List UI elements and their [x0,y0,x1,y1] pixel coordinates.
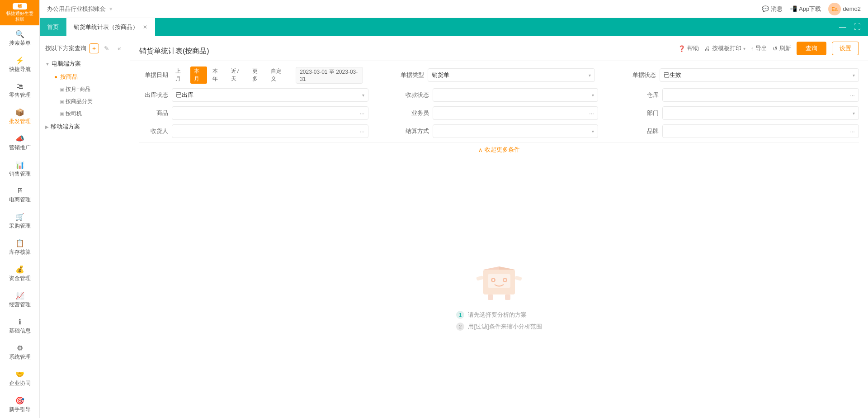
sidebar-item-sales[interactable]: 📊 销售管理 [0,156,39,182]
breadcrumb: 办公用品行业模拟账套 [47,5,106,13]
product-label: 商品 [139,109,172,117]
sidebar-item-ecommerce-label: 电商管理 [2,196,38,204]
tree-sub-by-counter-label: 按司机 [66,110,82,118]
message-btn[interactable]: 💬 消息 [762,5,783,13]
settle-select[interactable]: ▾ [433,124,598,138]
sidebar-item-inventory[interactable]: 📋 库存核算 [0,234,39,261]
quick-nav-icon: ⚡ [2,56,38,65]
tab-home[interactable]: 首页 [40,18,66,36]
settle-label: 结算方式 [400,127,433,135]
type-select-arrow-icon: ▾ [589,73,591,78]
header-right: 💬 消息 📲 App下载 Ea demo2 [762,3,861,15]
filter-area: 单据日期 上月 本月 本年 近7天 更多 自定义 2023-03-01 至 20… [130,61,868,162]
tree-sub-by-category[interactable]: ▣ 按商品分类 [40,95,130,108]
logo-text: 畅捷通好生意 [6,10,33,16]
content-area: 按以下方案查询 + ✎ « ▼ 电脑端方案 ● 按商品 [40,36,868,418]
outbound-select[interactable]: 已出库 ▾ [172,88,368,102]
dept-select[interactable]: ▾ [662,106,859,120]
purchase-icon: 🛒 [2,213,38,221]
svg-marker-2 [499,266,515,270]
sidebar-item-marketing-label: 营销推广 [2,144,38,152]
staff-input[interactable]: ··· [433,106,598,120]
filter-row-4: 收货人 ··· 结算方式 ▾ 品牌 ··· [139,124,859,138]
date-tab-last-month[interactable]: 上月 [172,66,189,84]
sidebar-item-wholesale[interactable]: 📦 批发管理 [0,104,39,130]
date-tab-this-year[interactable]: 本年 [209,66,226,84]
sidebar-item-ecommerce[interactable]: 🖥 电商管理 [0,182,39,208]
date-tab-more[interactable]: 更多 [249,66,265,84]
type-label: 单据类型 [395,71,428,79]
settings-btn[interactable]: 设置 [832,42,859,55]
tree-arrow-icon: ▼ [45,62,50,66]
tab-sales-stats[interactable]: 销货单统计表（按商品） ✕ [66,18,155,36]
tab-close-btn[interactable]: ✕ [143,24,147,30]
receiver-input[interactable]: ··· [172,124,368,138]
payment-select[interactable]: ▾ [433,88,598,102]
date-range-value[interactable]: 2023-03-01 至 2023-03-31 [296,67,363,84]
date-tab-this-month[interactable]: 本月 [190,66,207,84]
tab-minimize-btn[interactable]: — [837,22,848,33]
sidebar-item-finance[interactable]: 💰 资金管理 [0,261,39,287]
sidebar-item-quick-nav[interactable]: ⚡ 快捷导航 [0,52,39,78]
date-tab-7days[interactable]: 近7天 [227,66,247,84]
empty-tips: 1 请先选择要分析的方案 2 用[过滤]条件来缩小分析范围 [456,311,542,331]
type-select[interactable]: 销货单 ▾ [428,68,595,82]
collapse-bar[interactable]: ∧ 收起更多条件 [139,142,859,157]
sidebar-item-enterprise[interactable]: 🤝 企业协同 [0,366,39,392]
staff-dots-icon: ··· [589,110,594,117]
help-btn[interactable]: ❓ 帮助 [678,44,699,52]
app-download-icon: 📲 [790,5,797,12]
app-download-btn[interactable]: 📲 App下载 [790,5,821,13]
edit-scheme-btn[interactable]: ✎ [102,43,112,53]
empty-state: 1 请先选择要分析的方案 2 用[过滤]条件来缩小分析范围 [130,162,868,418]
enterprise-icon: 🤝 [2,370,38,379]
collapse-panel-btn[interactable]: « [114,43,124,53]
export-btn[interactable]: ↑ 导出 [751,44,768,52]
sidebar-item-retail[interactable]: 🛍 零售管理 [0,78,39,104]
user-profile-btn[interactable]: Ea demo2 [828,3,861,15]
sidebar-item-new-guide[interactable]: 🎯 新手引导 [0,392,39,418]
tree-pc-section: ▼ 电脑端方案 ● 按商品 ▣ 按月+商品 ▣ 按商品分类 ▣ [40,57,130,120]
tree-sub-by-counter[interactable]: ▣ 按司机 [40,108,130,120]
top-header: 办公用品行业模拟账套 ▾ 💬 消息 📲 App下载 Ea demo2 [40,0,868,18]
empty-tip-1: 1 请先选择要分析的方案 [456,311,542,319]
avatar: Ea [828,3,841,15]
sidebar-item-basic-info[interactable]: ℹ 基础信息 [0,313,39,339]
search-icon: 🔍 [2,30,38,38]
tree-child-icon-by-product: ● [54,74,57,80]
date-tab-custom[interactable]: 自定义 [267,66,288,84]
tree-pc-parent[interactable]: ▼ 电脑端方案 [40,57,130,71]
date-label: 单据日期 [139,71,172,79]
sidebar-item-search[interactable]: 🔍 搜索菜单 [0,25,39,52]
tree-sub-by-month-product-label: 按月+商品 [66,86,90,93]
outbound-arrow-icon: ▾ [362,93,364,98]
warehouse-input[interactable]: ··· [662,88,859,102]
sidebar-item-finance-label: 资金管理 [2,275,38,282]
filter-row-2: 出库状态 已出库 ▾ 收款状态 ▾ 仓库 ··· [139,88,859,102]
brand-input[interactable]: ··· [662,124,859,138]
collapse-up-icon: ∧ [478,147,483,153]
tip-num-2: 2 [456,323,464,331]
sidebar-item-marketing[interactable]: 📣 营销推广 [0,130,39,156]
template-print-btn[interactable]: 🖨 按模板打印 ▾ [704,44,745,52]
tab-maximize-btn[interactable]: ⛶ [852,22,863,33]
sidebar-item-system[interactable]: ⚙ 系统管理 [0,339,39,366]
tree-sub-by-month-product[interactable]: ▣ 按月+商品 [40,83,130,95]
sidebar-item-operations[interactable]: 📈 经营管理 [0,287,39,313]
type-value: 销货单 [432,71,449,79]
tab-bar-actions: — ⛶ [832,18,868,36]
wholesale-icon: 📦 [2,108,38,117]
tab-home-label: 首页 [47,23,59,31]
sidebar-item-enterprise-label: 企业协同 [2,380,38,387]
product-dots-icon: ··· [360,110,365,117]
tree-child-by-product[interactable]: ● 按商品 [40,71,130,83]
add-scheme-btn[interactable]: + [89,43,99,53]
status-select[interactable]: 已生效 ▾ [660,68,859,82]
tree-mobile-parent[interactable]: ▶ 移动端方案 [40,120,130,133]
refresh-btn[interactable]: ↺ 刷新 [773,44,791,52]
sidebar-item-purchase[interactable]: 🛒 采购管理 [0,208,39,234]
product-input[interactable]: ··· [172,106,368,120]
query-btn[interactable]: 查询 [797,42,826,55]
tip-num-1: 1 [456,311,464,319]
sidebar-item-basic-info-label: 基础信息 [2,327,38,335]
